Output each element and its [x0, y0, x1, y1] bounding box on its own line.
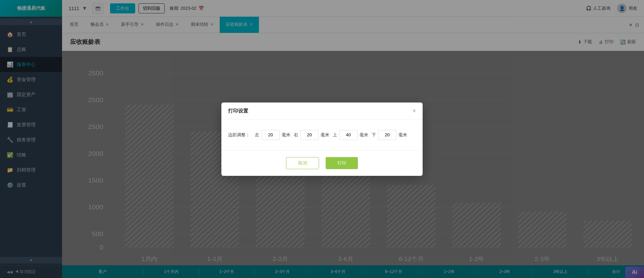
bottom-unit: 毫米	[398, 132, 407, 138]
margin-label: 边距调整：	[228, 132, 250, 138]
print-confirm-button[interactable]: 打印	[326, 157, 358, 169]
modal-title: 打印设置	[228, 108, 248, 114]
left-input[interactable]	[261, 130, 280, 140]
right-unit: 毫米	[321, 132, 329, 138]
bottom-input[interactable]	[378, 130, 396, 140]
modal-close-button[interactable]: ×	[412, 108, 416, 114]
top-label: 上	[333, 132, 337, 138]
modal-overlay: 打印设置 × 边距调整： 左 毫米 右 毫米 上 毫米	[0, 0, 644, 278]
margin-bottom-group: 下 毫米	[372, 130, 407, 140]
top-input[interactable]	[339, 130, 358, 140]
modal-body: 边距调整： 左 毫米 右 毫米 上 毫米 下	[221, 120, 423, 150]
modal-header: 打印设置 ×	[221, 102, 423, 120]
right-input[interactable]	[300, 130, 319, 140]
margin-top-group: 上 毫米	[333, 130, 368, 140]
cancel-button[interactable]: 取消	[286, 157, 319, 169]
modal-footer: 取消 打印	[221, 150, 423, 176]
left-unit: 毫米	[282, 132, 290, 138]
margin-left-group: 左 毫米	[255, 130, 290, 140]
left-label: 左	[255, 132, 259, 138]
print-settings-modal: 打印设置 × 边距调整： 左 毫米 右 毫米 上 毫米	[221, 102, 423, 176]
right-label: 右	[294, 132, 298, 138]
top-unit: 毫米	[360, 132, 368, 138]
bottom-label: 下	[372, 132, 376, 138]
margin-right-group: 右 毫米	[294, 130, 329, 140]
margin-settings: 边距调整： 左 毫米 右 毫米 上 毫米 下	[228, 130, 416, 140]
